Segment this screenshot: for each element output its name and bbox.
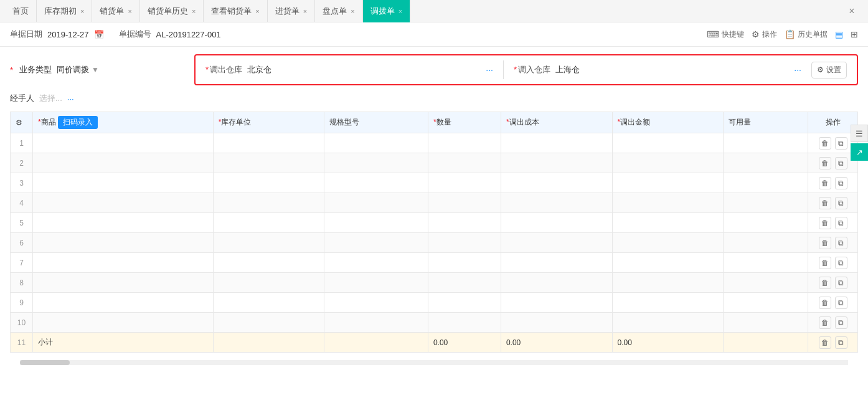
row-8-amount[interactable] bbox=[612, 273, 724, 293]
right-export-btn[interactable]: ↗ bbox=[851, 143, 868, 161]
row-9-spec[interactable] bbox=[324, 293, 428, 313]
layout-list-btn[interactable]: ▤ bbox=[835, 29, 843, 39]
row-7-amount[interactable] bbox=[612, 253, 724, 273]
tab-inventory-init-close[interactable]: × bbox=[80, 7, 84, 15]
row-7-spec[interactable] bbox=[324, 253, 428, 273]
row-6-spec[interactable] bbox=[324, 233, 428, 253]
tab-stocktake-close[interactable]: × bbox=[351, 7, 354, 15]
row-9-amount[interactable] bbox=[612, 293, 724, 313]
actions-btn[interactable]: ⚙ 操作 bbox=[752, 29, 777, 40]
row-9-delete-icon[interactable]: 🗑 bbox=[819, 297, 831, 309]
subtotal-delete-icon[interactable]: 🗑 bbox=[819, 336, 831, 349]
row-1-amount[interactable] bbox=[612, 133, 724, 153]
row-9-goods[interactable] bbox=[33, 293, 214, 313]
row-6-unit[interactable] bbox=[213, 233, 324, 253]
row-3-copy-icon[interactable]: ⧉ bbox=[835, 177, 847, 189]
row-3-spec[interactable] bbox=[324, 173, 428, 193]
tab-view-sales[interactable]: 查看销货单 × bbox=[204, 0, 267, 22]
row-5-amount[interactable] bbox=[612, 213, 724, 233]
row-5-goods[interactable] bbox=[33, 213, 214, 233]
row-8-cost[interactable] bbox=[501, 273, 612, 293]
row-10-spec[interactable] bbox=[324, 313, 428, 333]
settings-button[interactable]: ⚙ 设置 bbox=[811, 62, 847, 79]
row-7-delete-icon[interactable]: 🗑 bbox=[819, 257, 831, 269]
row-1-unit[interactable] bbox=[213, 133, 324, 153]
row-3-amount[interactable] bbox=[612, 173, 724, 193]
row-8-delete-icon[interactable]: 🗑 bbox=[819, 277, 831, 289]
row-4-cost[interactable] bbox=[501, 193, 612, 213]
row-6-amount[interactable] bbox=[612, 233, 724, 253]
row-5-delete-icon[interactable]: 🗑 bbox=[819, 217, 831, 229]
row-8-unit[interactable] bbox=[213, 273, 324, 293]
row-1-delete-icon[interactable]: 🗑 bbox=[819, 137, 831, 150]
row-9-cost[interactable] bbox=[501, 293, 612, 313]
row-8-spec[interactable] bbox=[324, 273, 428, 293]
row-4-delete-icon[interactable]: 🗑 bbox=[819, 197, 831, 209]
row-5-qty[interactable] bbox=[428, 213, 501, 233]
tab-purchase[interactable]: 进货单 × bbox=[268, 0, 315, 22]
row-3-goods[interactable] bbox=[33, 173, 214, 193]
tab-view-sales-close[interactable]: × bbox=[255, 7, 259, 15]
row-10-copy-icon[interactable]: ⧉ bbox=[835, 316, 847, 329]
col-gear[interactable]: ⚙ bbox=[11, 112, 33, 133]
row-3-qty[interactable] bbox=[428, 173, 501, 193]
transfer-in-value[interactable]: 上海仓 bbox=[555, 64, 580, 75]
row-7-cost[interactable] bbox=[501, 253, 612, 273]
tab-inventory-init[interactable]: 库存期初 × bbox=[37, 0, 92, 22]
row-9-qty[interactable] bbox=[428, 293, 501, 313]
transfer-out-value[interactable]: 北京仓 bbox=[247, 64, 271, 75]
row-5-copy-icon[interactable]: ⧉ bbox=[835, 217, 847, 229]
tab-transfer-close[interactable]: × bbox=[399, 7, 402, 15]
row-1-goods[interactable] bbox=[33, 133, 214, 153]
row-1-cost[interactable] bbox=[501, 133, 612, 153]
scan-button[interactable]: 扫码录入 bbox=[58, 116, 98, 129]
row-1-copy-icon[interactable]: ⧉ bbox=[835, 137, 847, 150]
tab-purchase-close[interactable]: × bbox=[303, 7, 307, 15]
row-4-copy-icon[interactable]: ⧉ bbox=[835, 197, 847, 209]
row-10-qty[interactable] bbox=[428, 313, 501, 333]
shortcuts-btn[interactable]: ⌨ 快捷键 bbox=[707, 29, 744, 40]
row-1-spec[interactable] bbox=[324, 133, 428, 153]
row-6-goods[interactable] bbox=[33, 233, 214, 253]
handler-more-btn[interactable]: ··· bbox=[67, 94, 74, 103]
row-8-qty[interactable] bbox=[428, 273, 501, 293]
row-5-unit[interactable] bbox=[213, 213, 324, 233]
row-4-spec[interactable] bbox=[324, 193, 428, 213]
tab-sales-history-close[interactable]: × bbox=[192, 7, 196, 15]
row-3-unit[interactable] bbox=[213, 173, 324, 193]
row-2-qty[interactable] bbox=[428, 153, 501, 173]
row-7-qty[interactable] bbox=[428, 253, 501, 273]
row-7-goods[interactable] bbox=[33, 253, 214, 273]
row-10-goods[interactable] bbox=[33, 313, 214, 333]
row-3-cost[interactable] bbox=[501, 173, 612, 193]
row-9-unit[interactable] bbox=[213, 293, 324, 313]
row-6-copy-icon[interactable]: ⧉ bbox=[835, 237, 847, 249]
history-btn[interactable]: 📋 历史单据 bbox=[785, 29, 828, 40]
row-9-copy-icon[interactable]: ⧉ bbox=[835, 297, 847, 309]
row-7-unit[interactable] bbox=[213, 253, 324, 273]
tab-sales-order[interactable]: 销货单 × bbox=[92, 0, 139, 22]
row-10-unit[interactable] bbox=[213, 313, 324, 333]
row-7-copy-icon[interactable]: ⧉ bbox=[835, 257, 847, 269]
row-10-amount[interactable] bbox=[612, 313, 724, 333]
tab-stocktake[interactable]: 盘点单 × bbox=[315, 0, 362, 22]
tab-home[interactable]: 首页 bbox=[5, 0, 37, 22]
calendar-icon[interactable]: 📅 bbox=[94, 30, 104, 39]
layout-grid-btn[interactable]: ⊞ bbox=[851, 29, 858, 39]
subtotal-copy-icon[interactable]: ⧉ bbox=[835, 336, 847, 349]
row-4-amount[interactable] bbox=[612, 193, 724, 213]
handler-input[interactable]: 选择... bbox=[39, 93, 62, 104]
row-4-qty[interactable] bbox=[428, 193, 501, 213]
transfer-in-more-btn[interactable]: ··· bbox=[794, 65, 801, 75]
window-close-button[interactable]: × bbox=[841, 0, 863, 22]
tab-transfer[interactable]: 调拨单 × bbox=[363, 0, 410, 22]
row-2-cost[interactable] bbox=[501, 153, 612, 173]
right-list-btn[interactable]: ☰ bbox=[851, 125, 868, 142]
row-4-goods[interactable] bbox=[33, 193, 214, 213]
row-2-amount[interactable] bbox=[612, 153, 724, 173]
tab-sales-history[interactable]: 销货单历史 × bbox=[140, 0, 204, 22]
row-5-cost[interactable] bbox=[501, 213, 612, 233]
horizontal-scrollbar[interactable] bbox=[20, 360, 848, 365]
row-2-spec[interactable] bbox=[324, 153, 428, 173]
row-8-goods[interactable] bbox=[33, 273, 214, 293]
